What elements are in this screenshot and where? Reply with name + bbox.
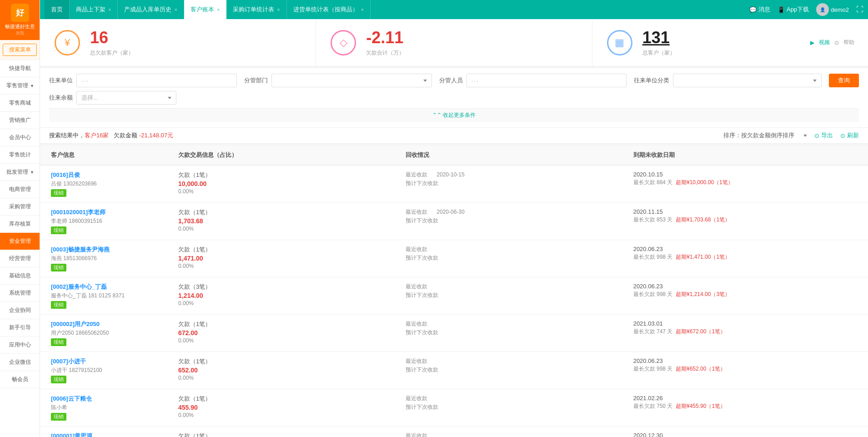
customer-name-2[interactable]: [0003]畅捷服务尹海燕 (51, 246, 110, 253)
debt-count-0: 欠款（1笔） (178, 171, 402, 179)
from-unit-input[interactable]: ··· (76, 74, 237, 87)
tab-purchase-stats2-close[interactable]: × (361, 7, 364, 12)
refresh-button[interactable]: ⊙ 刷新 (840, 131, 859, 140)
customer-name-1[interactable]: [0001020001]李老师 (51, 209, 105, 216)
help-label[interactable]: 帮助 (843, 39, 854, 46)
debt-amount-4: 672.00 (178, 329, 402, 337)
message-action[interactable]: 💬 消息 (749, 5, 770, 14)
customers-icon-circle: ▦ (607, 30, 632, 55)
results-bar: 搜索结果中，客户16家 欠款金额 -21,148.07元 排序：按欠款金额倒序排… (40, 128, 868, 144)
sidebar-item-basic-info[interactable]: 基础信息 (0, 267, 40, 285)
due-cell-4: 2021.03.01 最长欠款 747 天 超期¥672.00（1笔） (632, 319, 859, 347)
sidebar-item-member[interactable]: 会员中心 (0, 129, 40, 146)
user-action[interactable]: 👤 demo2 (816, 3, 849, 16)
sidebar-item-quick-nav[interactable]: 快捷导航 (0, 60, 40, 77)
dept-chevron-icon (423, 80, 427, 82)
debt-cell-3: 欠款（3笔） 1,214.00 0.00% (176, 282, 404, 310)
sidebar-item-retail-mgmt[interactable]: 零售管理 ▾ (0, 77, 40, 95)
stats-top-right: ▶ 视频 ⊙ 帮助 (810, 39, 854, 46)
app-logo: 好 畅捷通好生意 示范 (0, 0, 40, 40)
filter-row-1: 往来单位 ··· 分管部门 分管人员 ··· (49, 74, 859, 87)
debt-cell-6: 欠款（1笔） 455.90 0.00% (176, 394, 404, 422)
tab-customer-account-close[interactable]: × (217, 7, 220, 12)
person-label: 分管人员 (439, 76, 463, 85)
customer-contact-0: 吕俊 13026203696 (51, 180, 175, 188)
customer-tag-5: 现销 (51, 376, 66, 383)
sidebar-item-retail-stats[interactable]: 零售统计 (0, 146, 40, 164)
sidebar-item-marketing[interactable]: 营销推广 (0, 112, 40, 129)
recent-payment-7: 最近收款 (406, 432, 629, 437)
overdue-days-4: 最长欠款 747 天 超期¥672.00（1笔） (633, 328, 857, 336)
view-label[interactable]: 视频 (819, 39, 830, 46)
recent-payment-2: 最近收款 (406, 246, 629, 253)
sidebar-item-inventory[interactable]: 库存核算 (0, 216, 40, 233)
debt-amount-0: 10,000.00 (178, 180, 402, 187)
table-row: [0016]吕俊 吕俊 13026203696 现销 欠款（1笔） 10,000… (40, 166, 868, 203)
due-cell-2: 2020.06.23 最长欠款 998 天 超期¥1,471.00（1笔） (632, 245, 859, 272)
recovery-cell-2: 最近收款 预计下次收款 (404, 245, 631, 272)
tab-purchase-history-close[interactable]: × (174, 7, 177, 12)
stat-info-debt: -2.11 欠款合计（万） (366, 28, 404, 57)
customer-name-5[interactable]: [0007]小进干 (51, 358, 86, 365)
next-payment-2: 预计下次收款 (406, 254, 629, 262)
tab-purchase-stats-close[interactable]: × (277, 7, 280, 12)
debtors-icon-circle: ¥ (55, 30, 80, 55)
export-button[interactable]: ⊙ 导出 (814, 131, 833, 140)
dept-select[interactable] (271, 74, 432, 87)
customer-name-6[interactable]: [0006]云下粮仓 (51, 395, 92, 402)
view-icon: ▶ (810, 40, 814, 46)
filter-balance: 往来余额 选择... (49, 91, 176, 105)
sidebar-item-wechat[interactable]: 企业微信 (0, 354, 40, 371)
customer-name-4[interactable]: [000002]用户2050 (51, 321, 100, 327)
balance-select[interactable]: 选择... (76, 91, 176, 105)
next-payment-4: 预计下次收款 (406, 329, 629, 337)
tab-purchase-history[interactable]: 产成品入库单历史 × (118, 0, 184, 19)
sidebar-item-system[interactable]: 系统管理 (0, 285, 40, 302)
tab-product-listing-close[interactable]: × (108, 7, 111, 12)
query-button[interactable]: 查询 (829, 74, 859, 87)
debt-amount-3: 1,214.00 (178, 292, 402, 299)
tab-product-listing[interactable]: 商品上下架 × (70, 0, 118, 19)
sidebar-item-enterprise[interactable]: 企业协同 (0, 302, 40, 319)
customer-name-3[interactable]: [0002]服务中心_丁磊 (51, 283, 107, 290)
tab-purchase-stats2[interactable]: 进货单统计表（按商品） × (287, 0, 371, 19)
stats-bar: ¥ 16 总欠款客户（家） ◇ -2.11 欠款合计（万） ▦ (40, 19, 868, 66)
maximize-action[interactable]: ⛶ (856, 5, 863, 14)
customer-name-7[interactable]: [000001]黄思源 (51, 432, 92, 437)
app-download-action[interactable]: 📱 App下载 (778, 5, 809, 14)
overdue-amount-5[interactable]: 超期¥652.00（1笔） (676, 366, 726, 372)
overdue-amount-3[interactable]: 超期¥1,214.00（3笔） (676, 291, 730, 297)
tab-home[interactable]: 首页 (45, 0, 70, 19)
overdue-amount-6[interactable]: 超期¥455.90（1笔） (676, 403, 726, 409)
filter-dept: 分管部门 (244, 74, 432, 87)
sidebar-item-operation[interactable]: 经营管理 (0, 250, 40, 267)
overdue-amount-0[interactable]: 超期¥10,000.00（1笔） (676, 179, 733, 186)
recovery-cell-4: 最近收款 预计下次收款 (404, 319, 631, 347)
search-menu-button[interactable]: 搜索菜单 (3, 44, 37, 56)
person-input[interactable]: ··· (467, 74, 627, 87)
unit-class-select[interactable] (673, 74, 822, 87)
sort-chevron-icon[interactable] (803, 135, 807, 137)
tab-purchase-stats[interactable]: 采购订单统计表 × (226, 0, 286, 19)
customer-name-0[interactable]: [0016]吕俊 (51, 171, 80, 178)
debt-ratio-5: 0.00% (178, 375, 402, 381)
sidebar-item-app-center[interactable]: 应用中心 (0, 337, 40, 354)
sidebar-item-guide[interactable]: 新手引导 (0, 319, 40, 337)
filter-collapse-button[interactable]: ⌃⌃ 收起更多条件 (49, 108, 859, 122)
dept-label: 分管部门 (244, 76, 268, 85)
sidebar-item-wholesale[interactable]: 批发管理 ▾ (0, 164, 40, 181)
sidebar-item-retail-mall[interactable]: 零售商城 (0, 95, 40, 112)
tab-customer-account[interactable]: 客户账本 × (184, 0, 226, 19)
customer-tag-6: 现销 (51, 413, 66, 421)
sidebar-item-ecommerce[interactable]: 电商管理 (0, 181, 40, 198)
overdue-amount-2[interactable]: 超期¥1,471.00（1笔） (676, 254, 730, 260)
sidebar-item-member2[interactable]: 畅会员 (0, 371, 40, 388)
sidebar-item-finance[interactable]: 资金管理 (0, 233, 40, 250)
overdue-amount-4[interactable]: 超期¥672.00（1笔） (676, 328, 726, 335)
debt-cell-1: 欠款（1笔） 1,703.68 0.00% (176, 207, 404, 235)
sidebar-item-purchase[interactable]: 采购管理 (0, 198, 40, 216)
debt-ratio-6: 0.00% (178, 412, 402, 418)
due-cell-5: 2020.06.23 最长欠款 998 天 超期¥652.00（1笔） (632, 357, 859, 384)
overdue-amount-1[interactable]: 超期¥1,703.68（1笔） (676, 216, 730, 223)
filter-from-unit: 往来单位 ··· (49, 74, 237, 87)
